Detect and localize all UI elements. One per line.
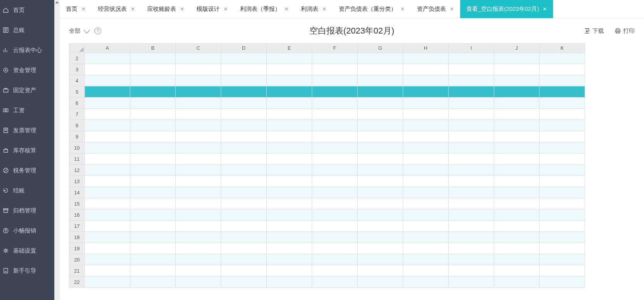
cell-C4[interactable] — [176, 75, 221, 86]
cell-A16[interactable] — [85, 209, 130, 221]
close-icon[interactable]: ✕ — [284, 6, 289, 12]
cell-D6[interactable] — [221, 98, 267, 109]
cell-E9[interactable] — [267, 131, 312, 142]
cell-F5[interactable] — [312, 86, 358, 98]
cell-F22[interactable] — [312, 276, 358, 288]
cell-A9[interactable] — [85, 131, 130, 142]
col-header-B[interactable]: B — [130, 44, 176, 53]
cell-K16[interactable] — [540, 209, 585, 221]
cell-B15[interactable] — [130, 198, 176, 209]
cell-C22[interactable] — [176, 276, 221, 288]
cell-E4[interactable] — [267, 75, 312, 86]
cell-K18[interactable] — [540, 232, 585, 243]
cell-H7[interactable] — [403, 109, 449, 120]
cell-I4[interactable] — [449, 75, 494, 86]
row-header-19[interactable]: 19 — [69, 243, 85, 254]
row-header-2[interactable]: 2 — [69, 53, 85, 64]
cell-B14[interactable] — [130, 187, 176, 198]
cell-D20[interactable] — [221, 254, 267, 265]
tab-7[interactable]: 资产负债表✕ — [411, 0, 460, 18]
cell-B11[interactable] — [130, 153, 176, 165]
cell-G15[interactable] — [358, 198, 403, 209]
cell-G3[interactable] — [358, 64, 403, 75]
cell-A3[interactable] — [85, 64, 130, 75]
cell-G21[interactable] — [358, 265, 403, 276]
tab-0[interactable]: 首页✕ — [60, 0, 92, 18]
cell-K14[interactable] — [540, 187, 585, 198]
cell-A10[interactable] — [85, 142, 130, 153]
cell-E18[interactable] — [267, 232, 312, 243]
cell-F20[interactable] — [312, 254, 358, 265]
cell-K21[interactable] — [540, 265, 585, 276]
cell-K7[interactable] — [540, 109, 585, 120]
cell-I3[interactable] — [449, 64, 494, 75]
cell-F10[interactable] — [312, 142, 358, 153]
cell-F12[interactable] — [312, 165, 358, 176]
row-header-17[interactable]: 17 — [69, 221, 85, 232]
cell-J5[interactable] — [494, 86, 540, 98]
cell-C19[interactable] — [176, 243, 221, 254]
cell-D2[interactable] — [221, 53, 267, 64]
cell-D12[interactable] — [221, 165, 267, 176]
cell-B20[interactable] — [130, 254, 176, 265]
cell-C15[interactable] — [176, 198, 221, 209]
cell-D19[interactable] — [221, 243, 267, 254]
cell-B17[interactable] — [130, 221, 176, 232]
cell-K3[interactable] — [540, 64, 585, 75]
cell-J6[interactable] — [494, 98, 540, 109]
cell-G13[interactable] — [358, 176, 403, 187]
row-header-8[interactable]: 8 — [69, 120, 85, 131]
cell-E21[interactable] — [267, 265, 312, 276]
sidebar-scrollbar[interactable] — [54, 0, 60, 300]
cell-C2[interactable] — [176, 53, 221, 64]
cell-E20[interactable] — [267, 254, 312, 265]
cell-B19[interactable] — [130, 243, 176, 254]
cell-E2[interactable] — [267, 53, 312, 64]
row-header-7[interactable]: 7 — [69, 109, 85, 120]
cell-C16[interactable] — [176, 209, 221, 221]
cell-A17[interactable] — [85, 221, 130, 232]
cell-B16[interactable] — [130, 209, 176, 221]
cell-H19[interactable] — [403, 243, 449, 254]
cell-B8[interactable] — [130, 120, 176, 131]
col-header-D[interactable]: D — [221, 44, 267, 53]
cell-J21[interactable] — [494, 265, 540, 276]
cell-A2[interactable] — [85, 53, 130, 64]
cell-B10[interactable] — [130, 142, 176, 153]
col-header-I[interactable]: I — [449, 44, 494, 53]
col-header-E[interactable]: E — [267, 44, 312, 53]
sidebar-item-11[interactable]: 小畅报销 — [0, 221, 54, 241]
tab-6[interactable]: 资产负债表（重分类）✕ — [333, 0, 411, 18]
cell-E14[interactable] — [267, 187, 312, 198]
cell-B4[interactable] — [130, 75, 176, 86]
cell-J8[interactable] — [494, 120, 540, 131]
cell-J7[interactable] — [494, 109, 540, 120]
cell-F4[interactable] — [312, 75, 358, 86]
cell-B22[interactable] — [130, 276, 176, 288]
cell-C17[interactable] — [176, 221, 221, 232]
cell-D5[interactable] — [221, 86, 267, 98]
cell-J9[interactable] — [494, 131, 540, 142]
sidebar-item-4[interactable]: 固定资产 — [0, 80, 54, 100]
cell-I14[interactable] — [449, 187, 494, 198]
cell-G2[interactable] — [358, 53, 403, 64]
tab-5[interactable]: 利润表✕ — [295, 0, 333, 18]
cell-D10[interactable] — [221, 142, 267, 153]
cell-J19[interactable] — [494, 243, 540, 254]
cell-E16[interactable] — [267, 209, 312, 221]
cell-H12[interactable] — [403, 165, 449, 176]
cell-E15[interactable] — [267, 198, 312, 209]
cell-G4[interactable] — [358, 75, 403, 86]
cell-E7[interactable] — [267, 109, 312, 120]
cell-I19[interactable] — [449, 243, 494, 254]
cell-I11[interactable] — [449, 153, 494, 165]
cell-F15[interactable] — [312, 198, 358, 209]
cell-A21[interactable] — [85, 265, 130, 276]
tab-2[interactable]: 应收账龄表✕ — [141, 0, 190, 18]
cell-I8[interactable] — [449, 120, 494, 131]
cell-F18[interactable] — [312, 232, 358, 243]
cell-B12[interactable] — [130, 165, 176, 176]
cell-G12[interactable] — [358, 165, 403, 176]
close-icon[interactable]: ✕ — [131, 6, 135, 12]
cell-I7[interactable] — [449, 109, 494, 120]
